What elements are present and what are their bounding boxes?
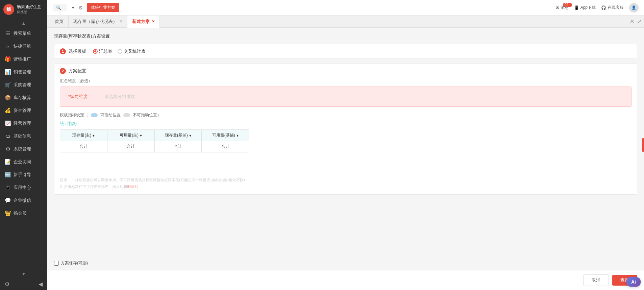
stats-cell-1: 合计 bbox=[107, 141, 155, 152]
collapse-icon[interactable]: ◀ bbox=[39, 281, 43, 287]
sidebar-item-sales[interactable]: 📊 销售管理 bbox=[0, 66, 47, 78]
sidebar: 畅 畅康通好生意 标准版 ▲ ☰ 搜索菜单 ⌂ 快捷导航 🎁 营销推广 📊 销售… bbox=[0, 0, 47, 290]
tab-new-plan-close[interactable]: ✕ bbox=[152, 19, 155, 24]
stats-col-2[interactable]: 现存量(基辅) ▾ bbox=[155, 130, 202, 141]
tabs-bar: 首页 现存量（库存状况表） ✕ 新建方案 ✕ ✕ ⤢ bbox=[47, 16, 644, 28]
stats-table: 现存量(主) ▾ 可用量(主) ▾ 现存量(基辅) ▾ bbox=[60, 129, 249, 152]
topbar: 🔍 ▾ ⚙ 体验行业方案 ✉ 消息 99+ 📱 App下载 🎧 在线客服 bbox=[47, 0, 644, 16]
info-icon: 🗂 bbox=[5, 133, 11, 139]
sidebar-item-label: 资金管理 bbox=[14, 107, 31, 114]
dimension-label: 汇总维度（必选） bbox=[60, 78, 631, 84]
user-avatar[interactable]: 👤 bbox=[629, 3, 639, 13]
tips-line-1: 提示： 1.拖动标题栏可以调整布局，不可跨维度或指标区域拖动栏目字段(只能在同一… bbox=[60, 177, 631, 184]
radio-summary[interactable]: 汇总表 bbox=[93, 48, 112, 54]
window-close-icon[interactable]: ✕ bbox=[630, 18, 634, 25]
step1-title: 选择模板 bbox=[69, 48, 86, 54]
save-row: 方案保存(可选) bbox=[47, 256, 644, 270]
chevron-down-icon-3: ▾ bbox=[237, 133, 239, 138]
sidebar-item-label: 企业协同 bbox=[14, 159, 31, 165]
save-checkbox[interactable] bbox=[54, 261, 59, 266]
tab-home-label: 首页 bbox=[55, 19, 64, 25]
save-checkbox-label[interactable]: 方案保存(可选) bbox=[61, 260, 88, 266]
stats-cell-2: 合计 bbox=[155, 141, 202, 152]
finance-icon: 💰 bbox=[5, 107, 11, 114]
dimension-placeholder: 请选择分组维度 bbox=[104, 94, 135, 100]
topbar-dropdown[interactable]: ▾ bbox=[71, 5, 74, 10]
sidebar-item-search[interactable]: ☰ 搜索菜单 bbox=[0, 27, 47, 40]
message-count: 99+ bbox=[563, 3, 572, 7]
topbar-left: 🔍 ▾ ⚙ 体验行业方案 bbox=[53, 3, 119, 12]
window-expand-icon[interactable]: ⤢ bbox=[637, 18, 641, 25]
ai-float-button[interactable]: Ai bbox=[626, 277, 641, 287]
step1-section: 1 选择模板 汇总表 交叉统计表 bbox=[54, 44, 637, 59]
stats-col-1[interactable]: 可用量(主) ▾ bbox=[107, 130, 155, 141]
stats-col-3[interactable]: 可用量(基辅) ▾ bbox=[202, 130, 249, 141]
sidebar-item-label: 库存核算 bbox=[14, 95, 31, 101]
stats-title: 统计指标 bbox=[60, 121, 631, 127]
dimension-box[interactable]: *纵向维度 —— 请选择分组维度 bbox=[60, 87, 631, 107]
inventory-icon: 📦 bbox=[5, 95, 11, 101]
gift-icon: 🎁 bbox=[5, 56, 11, 62]
no-drag-indicator bbox=[123, 113, 130, 117]
page-title: 现存量(库存状况表)方案设置 bbox=[54, 33, 637, 39]
wechat-icon: 💬 bbox=[5, 197, 11, 203]
spacer bbox=[54, 156, 637, 177]
app-name: 畅康通好生意 bbox=[17, 4, 41, 10]
tab-inventory-close[interactable]: ✕ bbox=[119, 19, 122, 24]
topbar-search[interactable]: 🔍 bbox=[53, 4, 67, 11]
stats-col-3-label: 可用量(基辅) bbox=[212, 132, 235, 138]
bottom-bar: 取消 查询 bbox=[47, 270, 644, 290]
stats-section: 统计指标 现存量(主) ▾ 可用量(主) ▾ bbox=[54, 121, 637, 156]
tab-new-plan[interactable]: 新建方案 ✕ bbox=[127, 16, 160, 28]
tab-home[interactable]: 首页 bbox=[50, 16, 69, 28]
sidebar-scroll-down[interactable]: ▼ bbox=[0, 270, 47, 278]
search-icon: 🔍 bbox=[56, 5, 61, 10]
sidebar-item-system[interactable]: ⚙ 系统管理 bbox=[0, 143, 47, 155]
sidebar-item-apps[interactable]: 📱 应用中心 bbox=[0, 181, 47, 194]
sidebar-item-member[interactable]: 👑 畅会员 bbox=[0, 207, 47, 220]
system-icon: ⚙ bbox=[5, 146, 11, 152]
sidebar-item-wechat[interactable]: 💬 企业微信 bbox=[0, 194, 47, 207]
stats-cell-0: 合计 bbox=[60, 141, 107, 152]
sidebar-item-label: 营销推广 bbox=[14, 56, 31, 62]
step2-section: 2 方案配置 汇总维度（必选） *纵向维度 —— 请选择分组维度 模板指标设定（ bbox=[54, 64, 637, 195]
sidebar-item-label: 新手引导 bbox=[14, 172, 31, 178]
dimension-dash: —— bbox=[92, 94, 100, 99]
apps-icon: 📱 bbox=[5, 185, 11, 191]
settings-icon[interactable]: ⚙ bbox=[5, 281, 9, 287]
industry-btn[interactable]: 体验行业方案 bbox=[87, 3, 119, 12]
sidebar-item-finance[interactable]: 💰 资金管理 bbox=[0, 104, 47, 117]
sidebar-item-purchase[interactable]: 🛒 采购管理 bbox=[0, 78, 47, 91]
radio-summary-circle bbox=[93, 49, 98, 54]
stats-col-2-label: 现存量(基辅) bbox=[165, 132, 188, 138]
template-settings: 模板指标设定（ 可拖动位置 不可拖动位置） bbox=[54, 112, 637, 121]
sidebar-item-quicknav[interactable]: ⌂ 快捷导航 bbox=[0, 40, 47, 53]
stats-col-0[interactable]: 现存量(主) ▾ bbox=[60, 130, 107, 141]
radio-cross[interactable]: 交叉统计表 bbox=[118, 48, 146, 54]
sidebar-item-contracts[interactable]: 📝 企业协同 bbox=[0, 155, 47, 168]
cancel-button[interactable]: 取消 bbox=[583, 274, 609, 286]
radio-cross-circle bbox=[118, 49, 122, 54]
online-service-link[interactable]: 🎧 在线客服 bbox=[601, 5, 624, 10]
purchase-icon: 🛒 bbox=[5, 82, 11, 88]
phone-icon: 📱 bbox=[574, 5, 579, 10]
sidebar-item-operations[interactable]: 📈 经营管理 bbox=[0, 117, 47, 130]
sidebar-item-guide[interactable]: 🆕 新手引导 bbox=[0, 168, 47, 181]
sidebar-item-marketing[interactable]: 🎁 营销推广 bbox=[0, 53, 47, 66]
stats-col-0-label: 现存量(主) bbox=[72, 132, 91, 138]
dimension-required: *纵向维度 bbox=[68, 94, 88, 100]
tab-inventory[interactable]: 现存量（库存状况表） ✕ bbox=[69, 16, 127, 28]
app-download-link[interactable]: 📱 App下载 bbox=[574, 5, 596, 10]
main-area: 🔍 ▾ ⚙ 体验行业方案 ✉ 消息 99+ 📱 App下载 🎧 在线客服 bbox=[47, 0, 644, 290]
gear-icon-topbar[interactable]: ⚙ bbox=[78, 5, 83, 11]
sidebar-scroll-up[interactable]: ▲ bbox=[0, 19, 47, 27]
sales-icon: 📊 bbox=[5, 69, 11, 75]
sidebar-item-label: 应用中心 bbox=[14, 185, 31, 191]
sidebar-item-label: 系统管理 bbox=[14, 146, 31, 152]
sidebar-item-inventory[interactable]: 📦 库存核算 bbox=[0, 91, 47, 104]
content-area: 现存量(库存状况表)方案设置 1 选择模板 汇总表 交叉统计表 bbox=[47, 28, 644, 256]
sidebar-item-label: 企业微信 bbox=[14, 197, 31, 203]
messages-badge[interactable]: ✉ 消息 99+ bbox=[556, 5, 569, 10]
sidebar-item-basic-info[interactable]: 🗂 基础信息 bbox=[0, 130, 47, 143]
sidebar-item-label: 基础信息 bbox=[14, 133, 31, 139]
